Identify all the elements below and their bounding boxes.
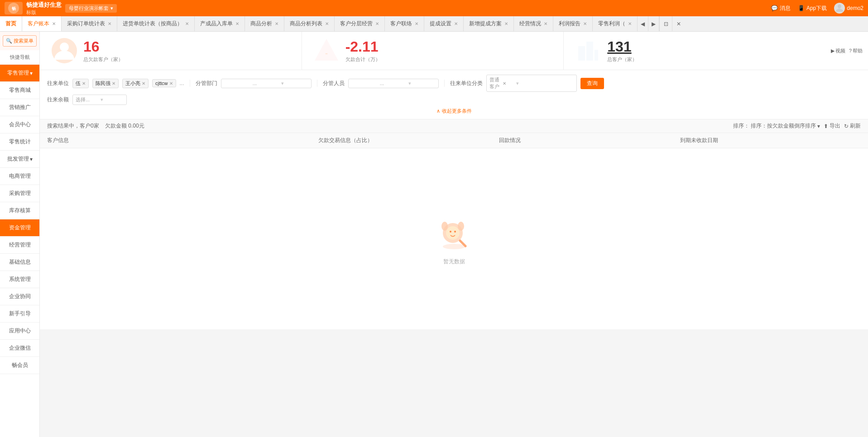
- sidebar-item-purchase-mgmt[interactable]: 采购管理: [0, 185, 39, 202]
- dept-label: 分管部门: [196, 80, 217, 87]
- tab-product-analysis[interactable]: 商品分析 ✕: [245, 16, 284, 31]
- svg-point-14: [450, 231, 451, 233]
- tab-product-inbound[interactable]: 产成品入库单 ✕: [195, 16, 245, 31]
- filter-more-tags[interactable]: ...: [180, 80, 184, 86]
- avatar: [834, 3, 845, 14]
- close-icon[interactable]: ✕: [375, 21, 379, 26]
- sidebar-item-new-guide[interactable]: 新手引导: [0, 305, 39, 323]
- sidebar-item-enterprise-wechat[interactable]: 企业微信: [0, 340, 39, 357]
- remainder-label: 往来余额: [47, 96, 69, 104]
- sidebar-search-area: 🔍 搜索菜单: [0, 32, 39, 50]
- query-button[interactable]: 查询: [580, 78, 604, 89]
- arrears-label: 欠款合计（万）: [345, 56, 553, 63]
- app-download-button[interactable]: 📱 App下载: [798, 5, 827, 12]
- close-icon[interactable]: ✕: [325, 21, 329, 26]
- close-icon[interactable]: ✕: [52, 21, 56, 26]
- close-icon[interactable]: ✕: [185, 21, 189, 26]
- tab-profit-report[interactable]: 利润报告 ✕: [553, 16, 593, 31]
- sidebar-item-marketing[interactable]: 营销推广: [0, 99, 39, 116]
- tab-product-analysis-list[interactable]: 商品分析列表 ✕: [284, 16, 335, 31]
- tab-customer-tier[interactable]: 客户分层经营 ✕: [335, 16, 385, 31]
- dept-more-icon: ...: [253, 81, 279, 86]
- sidebar-item-ecommerce-mgmt[interactable]: 电商管理: [0, 168, 39, 185]
- help-button[interactable]: ? 帮助: [849, 48, 863, 54]
- message-button[interactable]: 💬 消息: [771, 5, 791, 12]
- collapse-filter-button[interactable]: ∧ 收起更多条件: [436, 108, 472, 114]
- dept-dropdown[interactable]: ... ▾: [221, 79, 312, 88]
- remove-tag-icon[interactable]: ✕: [503, 81, 514, 86]
- sidebar-item-inventory-check[interactable]: 库存核算: [0, 202, 39, 219]
- tab-customer-account[interactable]: 客户账本 ✕: [22, 16, 62, 32]
- tab-incoming-stats[interactable]: 进货单统计表（按商品） ✕: [117, 16, 195, 31]
- tab-home[interactable]: 首页: [0, 16, 22, 31]
- filter-tag-unit-4[interactable]: cjttcw ✕: [152, 79, 176, 87]
- remove-tag-icon[interactable]: ✕: [112, 81, 115, 86]
- account-selector[interactable]: 母婴行业演示帐套 ▾: [65, 4, 117, 13]
- person-dropdown[interactable]: ... ▾: [348, 79, 439, 88]
- remove-tag-icon[interactable]: ✕: [82, 81, 86, 86]
- video-button[interactable]: ▶ 视频: [831, 48, 845, 54]
- close-icon[interactable]: ✕: [108, 21, 111, 26]
- tab-new-promotion-plan[interactable]: 新增提成方案 ✕: [464, 16, 514, 31]
- empty-text: 暂无数据: [443, 258, 465, 266]
- sidebar-item-finance-mgmt[interactable]: 资金管理: [0, 219, 39, 237]
- close-icon[interactable]: ✕: [583, 21, 587, 26]
- remainder-dropdown[interactable]: 选择... ▾: [72, 95, 127, 105]
- close-icon[interactable]: ✕: [544, 21, 547, 26]
- close-icon[interactable]: ✕: [454, 21, 458, 26]
- sidebar-item-wholesale-mgmt[interactable]: 批发管理 ▾: [0, 151, 39, 168]
- close-icon[interactable]: ✕: [504, 21, 508, 26]
- sidebar-item-system-mgmt[interactable]: 系统管理: [0, 271, 39, 288]
- chevron-down-icon: ▾: [101, 97, 124, 103]
- video-icon: ▶: [831, 48, 834, 54]
- filter-tag-unit-2[interactable]: 陈民强 ✕: [92, 79, 119, 88]
- filter-tag-unit-3[interactable]: 王小亮 ✕: [122, 79, 149, 88]
- user-menu[interactable]: demo2: [834, 3, 863, 14]
- unit-class-label: 往来单位分类: [450, 80, 483, 87]
- tab-retail-profit[interactable]: 零售利润（ ✕: [593, 16, 638, 31]
- chevron-down-icon: ▾: [30, 156, 33, 162]
- export-button[interactable]: ⬆ 导出: [824, 122, 840, 130]
- customers-label: 总欠款客户（家）: [83, 56, 291, 63]
- unit-label: 往来单位: [47, 80, 69, 87]
- search-result-text: 搜索结果中，客户0家 欠款金额 0.00元: [47, 122, 144, 130]
- app-subtitle: 标版: [26, 9, 62, 16]
- export-icon: ⬆: [824, 123, 828, 129]
- chevron-down-icon: ▾: [30, 70, 33, 76]
- main-layout: 🔍 搜索菜单 快捷导航 零售管理 ▾ 零售商城 营销推广 会员中心 零售统计 批…: [0, 32, 868, 437]
- stats-header-actions: ▶ 视频 ? 帮助: [825, 32, 868, 70]
- close-icon[interactable]: ✕: [235, 21, 239, 26]
- tab-promotion-settings[interactable]: 提成设置 ✕: [424, 16, 464, 31]
- tabs-action-close-all[interactable]: ✕: [672, 16, 685, 32]
- app-title-group: 畅捷通好生意 标版: [26, 1, 62, 16]
- sidebar-item-member-plus[interactable]: 畅会员: [0, 357, 39, 374]
- sidebar-item-member-center[interactable]: 会员中心: [0, 116, 39, 133]
- sidebar-item-basic-info[interactable]: 基础信息: [0, 254, 39, 271]
- close-icon[interactable]: ✕: [628, 21, 632, 26]
- filter-tag-unit-1[interactable]: 伍 ✕: [72, 79, 89, 88]
- sidebar-item-retail-stats[interactable]: 零售统计: [0, 133, 39, 151]
- tabs-next-arrow[interactable]: ▶: [648, 16, 659, 31]
- close-icon[interactable]: ✕: [415, 21, 418, 26]
- sort-select[interactable]: 排序： 排序：按欠款金额倒序排序 ▾: [733, 122, 820, 130]
- refresh-button[interactable]: ↻ 刷新: [844, 122, 861, 130]
- sidebar-item-retail-mall[interactable]: 零售商城: [0, 82, 39, 99]
- tab-customer-contact[interactable]: 客户联络 ✕: [385, 16, 424, 31]
- svg-point-10: [443, 244, 465, 249]
- search-menu-button[interactable]: 🔍 搜索菜单: [3, 35, 37, 47]
- remove-tag-icon[interactable]: ✕: [169, 81, 173, 86]
- tabs-action-restore[interactable]: ⊡: [659, 16, 672, 32]
- remove-tag-icon[interactable]: ✕: [142, 81, 145, 86]
- unit-class-dropdown[interactable]: 普通客户 ✕ ▾: [486, 75, 577, 92]
- sidebar-item-business-mgmt[interactable]: 经营管理: [0, 237, 39, 254]
- tabs-prev-arrow[interactable]: ◀: [638, 16, 648, 31]
- sidebar-item-quick-nav[interactable]: 快捷导航: [0, 50, 39, 65]
- sidebar-item-app-center[interactable]: 应用中心: [0, 323, 39, 340]
- tab-business-status[interactable]: 经营情况 ✕: [514, 16, 553, 31]
- message-icon: 💬: [771, 5, 778, 11]
- tab-purchase-order-stats[interactable]: 采购订单统计表 ✕: [62, 16, 117, 31]
- stat-block-arrears: - -2.11 欠款合计（万）: [302, 32, 564, 70]
- sidebar-item-enterprise-coop[interactable]: 企业协同: [0, 288, 39, 305]
- sidebar-item-retail-mgmt[interactable]: 零售管理 ▾: [0, 65, 39, 82]
- close-icon[interactable]: ✕: [275, 21, 278, 26]
